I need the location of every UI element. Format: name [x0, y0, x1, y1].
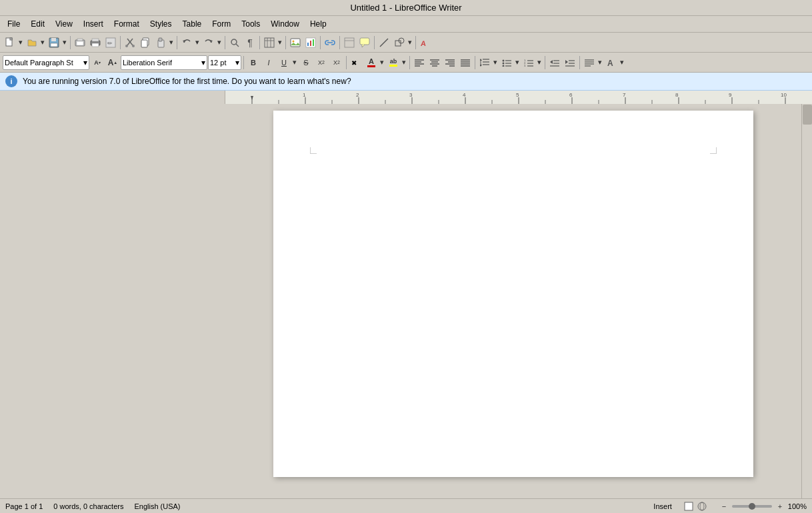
strikethrough-button[interactable]: S [299, 55, 313, 70]
menu-help[interactable]: Help [305, 17, 331, 31]
insert-comment-button[interactable] [357, 35, 372, 50]
open-dropdown[interactable]: ▾ [39, 35, 46, 50]
insert-chart-button[interactable] [303, 35, 318, 50]
ordered-list-button[interactable]: 1.2.3. [521, 55, 536, 70]
shapes-dropdown[interactable]: ▾ [407, 35, 413, 50]
superscript-button[interactable]: X2 [314, 55, 329, 70]
align-left-button[interactable] [412, 55, 427, 70]
toolbar-formatting: Default Paragraph St ▾ A▾ A▲ Liberation … [0, 53, 812, 73]
menu-table[interactable]: Table [178, 17, 207, 31]
fontwork-button[interactable]: A [418, 35, 433, 50]
redo-dropdown[interactable]: ▾ [216, 35, 223, 50]
insert-table-button[interactable] [262, 35, 277, 50]
menu-file[interactable]: File [3, 17, 25, 31]
italic-button[interactable]: I [261, 55, 276, 70]
unordered-list-button[interactable] [499, 55, 514, 70]
find-button[interactable] [227, 35, 242, 50]
vertical-scrollbar[interactable] [801, 104, 812, 498]
svg-text:9: 9 [729, 92, 732, 98]
paste-button[interactable] [153, 35, 168, 50]
zoom-in-button[interactable]: + [775, 501, 785, 512]
cut-button[interactable] [123, 35, 137, 50]
justify-button[interactable] [458, 55, 473, 70]
highlight-dropdown[interactable]: ▾ [401, 55, 407, 70]
new-button[interactable] [3, 35, 17, 50]
svg-rect-1 [10, 38, 12, 40]
zoom-out-button[interactable]: − [719, 501, 729, 512]
font-color-button[interactable]: A [364, 55, 379, 70]
svg-point-23 [231, 39, 237, 45]
font-color-dropdown[interactable]: ▾ [379, 55, 385, 70]
svg-rect-9 [92, 39, 99, 41]
insert-hyperlink-button[interactable] [323, 35, 337, 50]
copy-button[interactable] [138, 35, 153, 50]
svg-text:10: 10 [781, 92, 787, 98]
insert-shapes-button[interactable] [392, 35, 407, 50]
insert-header-button[interactable] [342, 35, 357, 50]
new-dropdown[interactable]: ▾ [17, 35, 24, 50]
zoom-slider[interactable] [732, 505, 772, 508]
char-dropdown[interactable]: ▾ [619, 55, 625, 70]
view-web-button[interactable] [696, 500, 708, 512]
document-area[interactable] [225, 104, 801, 498]
decrease-indent-button[interactable] [547, 55, 562, 70]
sep-fmt3 [409, 56, 410, 69]
paste-dropdown[interactable]: ▾ [168, 35, 175, 50]
clear-formatting-button[interactable]: ✖ [349, 55, 363, 70]
ordered-list-dropdown[interactable]: ▾ [536, 55, 543, 70]
print-button[interactable] [88, 35, 103, 50]
bold-button[interactable]: B [246, 55, 261, 70]
menu-form[interactable]: Form [207, 17, 235, 31]
save-button[interactable] [47, 35, 61, 50]
undo-dropdown[interactable]: ▾ [194, 35, 201, 50]
line-spacing-dropdown[interactable]: ▾ [492, 55, 499, 70]
svg-rect-7 [77, 39, 83, 41]
insert-image-button[interactable] [288, 35, 303, 50]
print-preview-button[interactable] [73, 35, 87, 50]
sep-fmt4 [475, 56, 475, 69]
svg-point-16 [132, 45, 135, 47]
undo-button[interactable] [179, 35, 194, 50]
toggle-edit-button[interactable]: ✏ [103, 35, 118, 50]
highlight-color-button[interactable]: ab [386, 55, 401, 70]
draw-line-button[interactable] [377, 35, 391, 50]
document-content[interactable] [273, 111, 753, 477]
menu-tools[interactable]: Tools [237, 17, 265, 31]
line-spacing-button[interactable] [477, 55, 492, 70]
font-name-dropdown[interactable]: Liberation Serif ▾ [121, 55, 207, 70]
menu-edit[interactable]: Edit [26, 17, 49, 31]
decrease-font-size-button[interactable]: A▾ [90, 55, 105, 70]
align-right-button[interactable] [443, 55, 457, 70]
status-bar: Page 1 of 1 0 words, 0 characters Englis… [0, 498, 812, 513]
save-dropdown[interactable]: ▾ [61, 35, 68, 50]
sep10 [415, 36, 416, 49]
underline-dropdown[interactable]: ▾ [291, 55, 298, 70]
unordered-list-dropdown[interactable]: ▾ [514, 55, 521, 70]
align-center-button[interactable] [427, 55, 442, 70]
menu-window[interactable]: Window [266, 17, 304, 31]
formatting-marks-button[interactable]: ¶ [243, 35, 257, 50]
menu-view[interactable]: View [51, 17, 77, 31]
open-button[interactable] [25, 35, 39, 50]
redo-button[interactable] [201, 35, 216, 50]
increase-font-size-button[interactable]: A▲ [105, 55, 120, 70]
menu-styles[interactable]: Styles [145, 17, 177, 31]
subscript-button[interactable]: X2 [329, 55, 344, 70]
paragraph-style-dropdown[interactable]: Default Paragraph St ▾ [3, 55, 89, 70]
font-size-dropdown[interactable]: 12 pt ▾ [208, 55, 241, 70]
menu-format[interactable]: Format [109, 17, 144, 31]
menu-bar: File Edit View Insert Format Styles Tabl… [0, 16, 812, 33]
document-page[interactable] [273, 111, 753, 477]
increase-indent-button[interactable] [563, 55, 577, 70]
char-format-button[interactable]: A [604, 55, 619, 70]
zoom-slider-thumb[interactable] [749, 503, 755, 510]
paragraph-dropdown[interactable]: ▾ [597, 55, 603, 70]
view-normal-button[interactable] [683, 500, 695, 512]
scrollbar-thumb[interactable] [803, 105, 812, 125]
underline-button[interactable]: U [277, 55, 291, 70]
paragraph-format-button[interactable] [582, 55, 597, 70]
insert-table-dropdown[interactable]: ▾ [277, 35, 283, 50]
svg-marker-76 [550, 60, 553, 64]
menu-insert[interactable]: Insert [79, 17, 108, 31]
sep9 [374, 36, 375, 49]
